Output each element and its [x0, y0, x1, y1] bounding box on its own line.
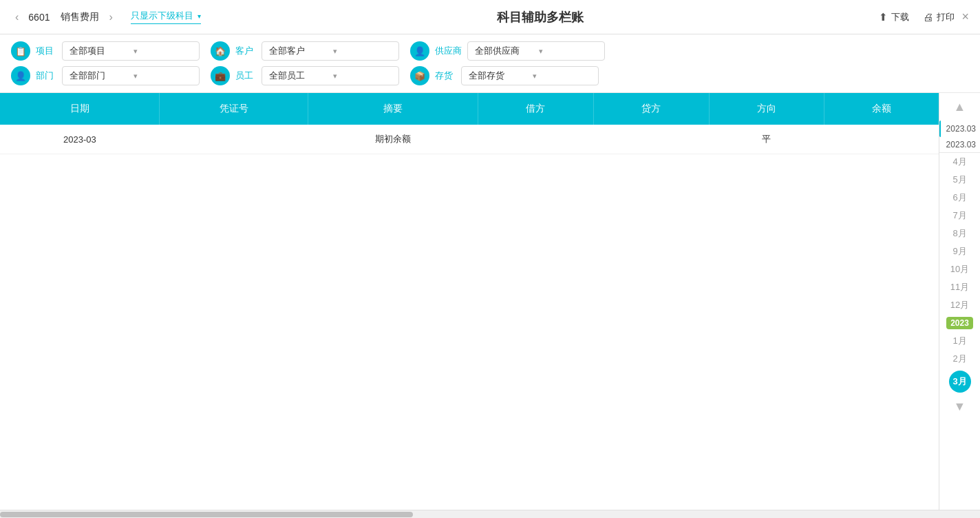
customer-icon: 🏠: [211, 41, 230, 61]
show-sub-button[interactable]: 只显示下级科目 ▾: [131, 10, 201, 24]
account-name: 销售费用: [61, 11, 99, 23]
col-voucher: 凭证号: [160, 93, 308, 125]
sidebar-month-item[interactable]: 12月: [939, 296, 980, 314]
employee-icon: 💼: [211, 66, 230, 85]
supplier-value: 全部供应商: [475, 45, 533, 57]
col-summary: 摘要: [308, 93, 478, 125]
sidebar-date-label-1: 2023.03: [942, 124, 980, 134]
title-bar: ‹ 6601 销售费用 › 只显示下级科目 ▾ 科目辅助多栏账 ⬆ 下载 🖨 打…: [0, 0, 980, 34]
cell-credit: [593, 125, 709, 154]
sidebar-month-item[interactable]: 1月: [939, 332, 980, 350]
inventory-label: 存货: [435, 70, 456, 82]
sidebar-date-2: 2023.03: [939, 140, 980, 149]
print-button[interactable]: 🖨 打印: [923, 11, 955, 23]
project-select[interactable]: 全部项目 ▾: [62, 41, 200, 61]
right-sidebar: ▲ 2023.03 2023.03 4月5月6月7月8月9月10月11月12月2…: [939, 93, 980, 510]
table-row[interactable]: 2023-03期初余额平: [0, 125, 939, 154]
scroll-down-button[interactable]: ▼: [949, 395, 971, 417]
table-area[interactable]: 日期 凭证号 摘要 借方 贷方 方向 余额 2023-03期初余额平: [0, 93, 939, 510]
filter-item-department: 👤 部门 全部部门 ▾: [11, 66, 200, 85]
sidebar-month-item[interactable]: 8月: [939, 225, 980, 242]
customer-chevron-icon: ▾: [333, 47, 392, 56]
col-date: 日期: [0, 93, 160, 125]
page-title: 科目辅助多栏账: [201, 9, 880, 25]
prev-account-button[interactable]: ‹: [11, 10, 23, 25]
project-value: 全部项目: [70, 45, 128, 57]
department-icon: 👤: [11, 66, 30, 85]
supplier-icon: 👤: [410, 41, 429, 61]
col-balance: 余额: [824, 93, 939, 125]
account-code: 6601: [28, 12, 50, 23]
department-label: 部门: [36, 70, 56, 82]
col-debit: 借方: [478, 93, 593, 125]
filter-row-2: 👤 部门 全部部门 ▾ 💼 员工 全部员工 ▾ 📦 存货: [11, 66, 969, 85]
supplier-chevron-icon: ▾: [539, 47, 597, 56]
sidebar-month-item[interactable]: 4月: [939, 153, 980, 171]
inventory-value: 全部存货: [469, 70, 527, 82]
sidebar-date-label-2: 2023.03: [942, 140, 980, 149]
employee-select[interactable]: 全部员工 ▾: [262, 66, 399, 85]
cell-direction: 平: [709, 125, 824, 154]
customer-value: 全部客户: [269, 45, 328, 57]
employee-label: 员工: [235, 70, 256, 82]
data-table: 日期 凭证号 摘要 借方 贷方 方向 余额 2023-03期初余额平: [0, 93, 939, 154]
project-label: 项目: [36, 45, 56, 57]
cell-debit: [478, 125, 593, 154]
sidebar-month-item[interactable]: 7月: [939, 207, 980, 225]
toolbar-actions: ⬆ 下载 🖨 打印: [879, 11, 955, 23]
supplier-select[interactable]: 全部供应商 ▾: [467, 41, 605, 61]
filter-item-customer: 🏠 客户 全部客户 ▾: [211, 41, 399, 61]
sidebar-month-item[interactable]: 6月: [939, 189, 980, 207]
print-label: 打印: [937, 11, 955, 23]
sidebar-months: 4月5月6月7月8月9月10月11月12月20231月2月3月: [939, 153, 980, 395]
customer-select[interactable]: 全部客户 ▾: [262, 41, 399, 61]
download-label: 下载: [891, 11, 909, 23]
supplier-label: 供应商: [435, 45, 462, 57]
col-credit: 贷方: [593, 93, 709, 125]
filter-item-inventory: 📦 存货 全部存货 ▾: [410, 66, 599, 85]
print-icon: 🖨: [923, 11, 933, 23]
sidebar-month-item[interactable]: 2月: [939, 350, 980, 368]
customer-label: 客户: [235, 45, 256, 57]
sidebar-month-item[interactable]: 10月: [939, 260, 980, 278]
inventory-chevron-icon: ▾: [533, 72, 591, 81]
col-direction: 方向: [709, 93, 824, 125]
download-button[interactable]: ⬆ 下载: [879, 11, 909, 23]
filter-item-employee: 💼 员工 全部员工 ▾: [211, 66, 399, 85]
sidebar-month-item[interactable]: 9月: [939, 242, 980, 260]
next-account-button[interactable]: ›: [105, 10, 116, 25]
table-header: 日期 凭证号 摘要 借方 贷方 方向 余额: [0, 93, 939, 125]
inventory-icon: 📦: [410, 66, 429, 85]
sidebar-date-1: 2023.03: [939, 121, 980, 137]
main-area: 日期 凭证号 摘要 借方 贷方 方向 余额 2023-03期初余额平 ▲: [0, 93, 980, 510]
filter-item-project: 📋 项目 全部项目 ▾: [11, 41, 200, 61]
bottom-scrollbar[interactable]: [0, 510, 980, 518]
project-chevron-icon: ▾: [134, 47, 192, 56]
table-body: 2023-03期初余额平: [0, 125, 939, 154]
sidebar-year-badge: 2023: [939, 314, 980, 332]
employee-value: 全部员工: [269, 70, 328, 82]
sidebar-month-item[interactable]: 11月: [939, 278, 980, 296]
sidebar-dates-section: 2023.03 2023.03: [939, 118, 980, 153]
inventory-select[interactable]: 全部存货 ▾: [461, 66, 599, 85]
sidebar-month-item[interactable]: 3月: [939, 368, 980, 395]
project-icon: 📋: [11, 41, 30, 61]
active-indicator-1: [939, 121, 941, 137]
cell-summary: 期初余额: [308, 125, 478, 154]
close-button[interactable]: ×: [961, 10, 969, 24]
scrollbar-thumb: [0, 512, 413, 517]
filter-area: 📋 项目 全部项目 ▾ 🏠 客户 全部客户 ▾ 👤 供应商: [0, 34, 980, 93]
department-value: 全部部门: [70, 70, 128, 82]
main-window: ‹ 6601 销售费用 › 只显示下级科目 ▾ 科目辅助多栏账 ⬆ 下载 🖨 打…: [0, 0, 980, 518]
cell-voucher: [160, 125, 308, 154]
filter-item-supplier: 👤 供应商 全部供应商 ▾: [410, 41, 605, 61]
employee-chevron-icon: ▾: [333, 72, 392, 81]
scroll-up-button[interactable]: ▲: [949, 96, 971, 118]
cell-date: 2023-03: [0, 125, 160, 154]
download-icon: ⬆: [879, 11, 888, 23]
sidebar-month-item[interactable]: 5月: [939, 171, 980, 189]
department-select[interactable]: 全部部门 ▾: [62, 66, 200, 85]
show-sub-label: 只显示下级科目: [131, 10, 193, 22]
cell-balance: [824, 125, 939, 154]
department-chevron-icon: ▾: [134, 72, 192, 81]
